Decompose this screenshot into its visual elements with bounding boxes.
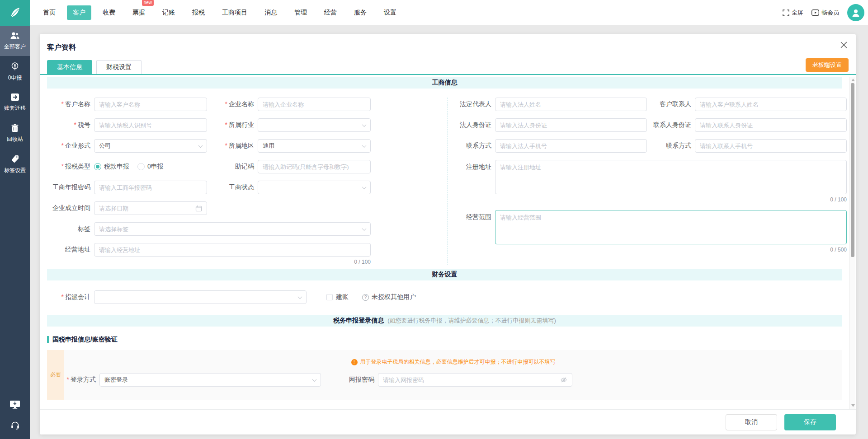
tax-number-input[interactable] <box>99 122 202 129</box>
web-password-input[interactable] <box>383 377 560 383</box>
nav-item-customers[interactable]: 客户 <box>67 5 91 20</box>
scroll-up-arrow[interactable] <box>851 79 855 81</box>
region-select[interactable]: 通用 <box>258 139 371 153</box>
business-address-field[interactable] <box>94 243 371 257</box>
nav-item-business-projects[interactable]: 工商项目 <box>216 5 253 20</box>
contact-phone-input[interactable] <box>700 143 842 149</box>
necessity-tag: 必要 <box>47 350 64 400</box>
nav-item-invoices[interactable]: 票据new <box>127 5 151 20</box>
cancel-button[interactable]: 取消 <box>726 414 777 430</box>
create-account-checkbox[interactable]: 建账 <box>326 293 349 301</box>
legal-phone-field[interactable] <box>495 139 647 153</box>
chevron-down-icon <box>312 377 317 382</box>
web-password-label: 网报密码 <box>325 376 374 384</box>
tags-input[interactable] <box>99 226 363 233</box>
legal-person-label: 法定代表人 <box>453 100 491 108</box>
sidebar-item-tag-settings[interactable]: 标签设置 <box>0 149 30 180</box>
assign-accountant-select[interactable] <box>94 290 307 304</box>
industry-select[interactable] <box>258 118 371 132</box>
boss-settings-button[interactable]: 老板端设置 <box>806 58 849 72</box>
customer-support-button[interactable] <box>10 420 20 432</box>
nav-item-charging[interactable]: 收费 <box>97 5 121 20</box>
calendar-icon <box>195 205 202 212</box>
login-method-value: 账密登录 <box>104 376 128 384</box>
nav-item-home[interactable]: 首页 <box>37 5 61 20</box>
establish-date-picker[interactable] <box>94 201 207 215</box>
contact-id-input[interactable] <box>700 122 842 129</box>
business-status-select[interactable] <box>258 181 371 194</box>
member-button[interactable]: 畅会员 <box>811 9 839 17</box>
radio-tax-declaration[interactable]: 税款申报 <box>94 163 129 171</box>
business-address-input[interactable] <box>99 247 366 253</box>
user-avatar[interactable] <box>847 4 864 21</box>
close-button[interactable] <box>840 41 848 49</box>
finance-settings-section-header: 财务设置 <box>47 269 842 280</box>
chevron-down-icon <box>362 226 367 231</box>
nav-item-services[interactable]: 服务 <box>348 5 373 20</box>
legal-phone-input[interactable] <box>500 143 642 149</box>
registered-address-textarea[interactable] <box>495 160 847 194</box>
mnemonic-field[interactable] <box>258 160 371 173</box>
region-label: 所属地区 <box>211 142 254 150</box>
dialog-tabs: 基本信息 财税设置 老板端设置 <box>40 59 856 75</box>
customer-contact-input[interactable] <box>700 101 842 108</box>
contact-id-field[interactable] <box>695 118 847 132</box>
company-name-input[interactable] <box>263 101 366 108</box>
industry-label: 所属行业 <box>211 121 254 129</box>
establish-date-input[interactable] <box>99 205 195 212</box>
tab-finance-tax-settings[interactable]: 财税设置 <box>96 60 142 74</box>
person-icon <box>851 8 861 18</box>
tax-number-field[interactable] <box>94 118 207 132</box>
legal-id-field[interactable] <box>495 118 647 132</box>
login-method-select[interactable]: 账密登录 <box>99 373 321 387</box>
sidebar-item-recycle-bin[interactable]: 回收站 <box>0 117 30 149</box>
tab-basic-info[interactable]: 基本信息 <box>47 60 92 74</box>
fullscreen-icon <box>783 9 789 16</box>
web-password-field[interactable] <box>378 373 572 387</box>
scrollbar-thumb[interactable] <box>851 83 854 257</box>
sidebar-item-label: 0申报 <box>8 74 22 82</box>
customer-contact-field[interactable] <box>695 98 847 111</box>
business-address-label: 经营地址 <box>47 246 90 254</box>
leaf-logo-icon <box>7 5 23 20</box>
business-info-form: 客户名称 企业名称 税号 所属行业 企业形式 公司 所属地区 通用 报税类型 <box>47 89 842 269</box>
client-download-button[interactable] <box>9 400 20 411</box>
annual-report-password-field[interactable] <box>94 181 207 194</box>
content-scrollbar[interactable] <box>849 77 855 409</box>
contact-phone-field[interactable] <box>695 139 847 153</box>
sidebar-item-all-customers[interactable]: 全部客户 <box>0 26 30 56</box>
nav-item-tax-filing[interactable]: 报税 <box>186 5 211 20</box>
mnemonic-input[interactable] <box>263 163 366 170</box>
annual-report-password-input[interactable] <box>99 184 202 191</box>
nav-item-messages[interactable]: 消息 <box>259 5 283 20</box>
play-video-icon <box>811 9 819 16</box>
nav-item-management[interactable]: 管理 <box>288 5 313 20</box>
legal-person-field[interactable] <box>495 98 647 111</box>
customer-name-input[interactable] <box>99 101 202 108</box>
scroll-down-arrow[interactable] <box>851 404 855 407</box>
nav-item-operations[interactable]: 经营 <box>318 5 343 20</box>
tags-select[interactable] <box>94 222 371 236</box>
legal-id-input[interactable] <box>500 122 642 129</box>
business-scope-textarea[interactable] <box>495 210 847 244</box>
radio-zero-declaration[interactable]: 0申报 <box>137 163 164 171</box>
sidebar-item-account-migration[interactable]: 账套迁移 <box>0 87 30 117</box>
sidebar-item-zero-declaration[interactable]: 0申报 <box>0 56 30 87</box>
legal-person-input[interactable] <box>500 101 642 108</box>
fullscreen-button[interactable]: 全屏 <box>783 9 803 17</box>
tags-label: 标签 <box>47 225 90 233</box>
company-form-select[interactable]: 公司 <box>94 139 207 153</box>
member-label: 畅会员 <box>821 9 839 17</box>
unauthorized-users-help[interactable]: 未授权其他用户 <box>362 293 416 301</box>
save-button[interactable]: 保存 <box>784 414 836 430</box>
eye-off-icon[interactable] <box>560 376 567 383</box>
app-logo[interactable] <box>0 0 30 26</box>
section-title: 财务设置 <box>432 271 458 279</box>
checkbox-unchecked-icon <box>326 294 333 300</box>
nav-item-bookkeeping[interactable]: 记账 <box>156 5 181 20</box>
nav-item-settings[interactable]: 设置 <box>378 5 402 20</box>
company-name-field[interactable] <box>258 98 371 111</box>
tax-type-label: 报税类型 <box>47 163 90 171</box>
customer-name-field[interactable] <box>94 98 207 111</box>
necessity-content: 用于登录电子税局的相关信息，必要信息维护后才可申报；不进行申报可以不填写 登录方… <box>64 350 842 400</box>
